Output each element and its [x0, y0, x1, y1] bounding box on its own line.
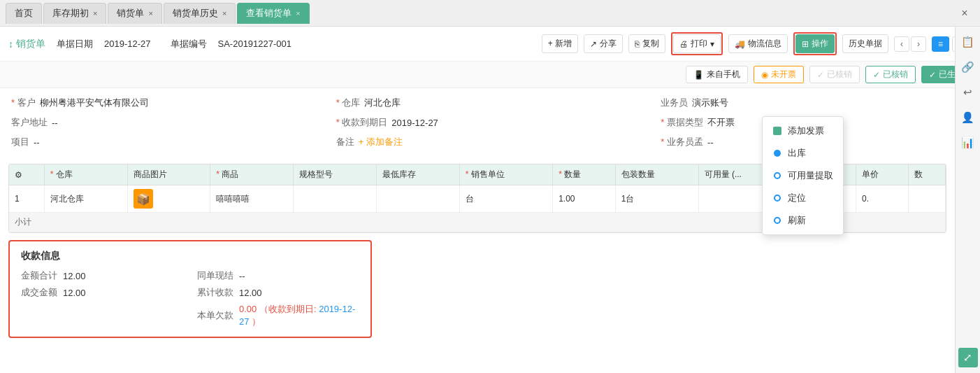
- check-icon: ✓: [817, 70, 824, 80]
- tab-inventory-init-close[interactable]: ×: [93, 9, 97, 17]
- doc-type-icon: ↕ 销货单: [8, 38, 45, 50]
- payment-date-value: 2019-12-27: [391, 118, 438, 128]
- cancelled-btn[interactable]: ✓ 已核销: [865, 66, 916, 83]
- right-sidebar: 📋 🔗 ↩ 👤 📊 ⤢: [955, 27, 980, 373]
- sidebar-icon-3[interactable]: ↩: [958, 83, 978, 102]
- balance-value: 0.00 （收款到期日: 2019-12-27 ）: [239, 303, 359, 328]
- available-qty-icon: [772, 171, 782, 181]
- staff-field: 业务员 演示账号: [661, 97, 969, 109]
- cancelled-icon: ✓: [873, 70, 880, 80]
- effective-icon: ✓: [929, 70, 936, 80]
- doc-header: ↕ 销货单 单据日期 2019-12-27 单据编号 SA-20191227-0…: [0, 27, 980, 62]
- phone-icon: 📱: [693, 70, 704, 80]
- same-order-label: 同单现结: [197, 269, 233, 282]
- customer-value: 柳州粤港平安气体有限公司: [40, 97, 149, 109]
- sidebar-icon-4[interactable]: 👤: [958, 108, 978, 127]
- payment-grid: 金额合计 12.00 同单现结 -- 成交金额 12.00 累计收款 12.00: [21, 269, 359, 328]
- tab-sales-order[interactable]: 销货单 ×: [108, 3, 161, 24]
- sidebar-icon-1[interactable]: 📋: [958, 32, 978, 52]
- list-view-btn[interactable]: ≡: [932, 36, 949, 52]
- row-min-stock: [376, 185, 459, 213]
- history-button[interactable]: 历史单据: [842, 34, 888, 53]
- doc-number-value: SA-20191227-001: [218, 38, 292, 49]
- warehouse-value: 河北仓库: [364, 97, 401, 109]
- tab-bar-close-button[interactable]: ×: [955, 3, 974, 23]
- row-unit-price: 0.: [856, 185, 908, 213]
- tab-sales-history-close[interactable]: ×: [222, 9, 226, 17]
- col-product-img: 商品图片: [127, 164, 210, 185]
- check-btn[interactable]: ✓ 已核销: [809, 66, 860, 83]
- tab-home[interactable]: 首页: [6, 3, 42, 24]
- customer-field: 客户 柳州粤港平安气体有限公司: [11, 97, 319, 109]
- dropdown-refresh[interactable]: 刷新: [763, 209, 843, 232]
- operations-button[interactable]: ⊞ 操作: [795, 34, 835, 53]
- dropdown-locate[interactable]: 定位: [763, 187, 843, 209]
- row-spec: [294, 185, 377, 213]
- col-sales-unit: 销售单位: [459, 164, 552, 185]
- cumulative-value: 12.00: [239, 288, 262, 298]
- share-button[interactable]: ↗ 分享: [584, 34, 623, 53]
- status-bar: 📱 来自手机 ◉ 未开票 ✓ 已核销 ✓ 已核销 ✓ 已生效: [0, 62, 980, 88]
- dropdown-available-qty[interactable]: 可用量提取: [763, 164, 843, 187]
- not-opened-btn[interactable]: ◉ 未开票: [754, 66, 804, 83]
- nav-prev[interactable]: ‹: [894, 36, 909, 52]
- notes-label: 备注: [336, 136, 354, 148]
- tab-inventory-init[interactable]: 库存期初 ×: [43, 3, 106, 24]
- address-value: --: [52, 118, 58, 128]
- sidebar-icon-5[interactable]: 📊: [958, 133, 978, 153]
- payment-cumulative: 累计收款 12.00: [197, 286, 359, 299]
- doc-date-label: 单据日期: [57, 38, 93, 50]
- same-order-value: --: [239, 271, 245, 281]
- nav-next[interactable]: ›: [911, 36, 926, 52]
- doc-type-label: 销货单: [16, 38, 45, 50]
- outbound-icon: [772, 148, 782, 158]
- cumulative-label: 累计收款: [197, 286, 233, 299]
- tab-view-sales[interactable]: 查看销货单 ×: [237, 3, 309, 24]
- staff-label: 业务员: [661, 97, 688, 109]
- dropdown-outbound[interactable]: 出库: [763, 142, 843, 164]
- operations-highlight: ⊞ 操作: [793, 32, 837, 55]
- col-package-qty: 包装数量: [615, 164, 698, 185]
- total-value: 12.00: [63, 271, 86, 281]
- tab-view-sales-close[interactable]: ×: [296, 9, 300, 17]
- payment-info-box: 收款信息 金额合计 12.00 同单现结 -- 成交金额 12.00 累计收款 …: [8, 240, 372, 338]
- row-index: 1: [9, 185, 44, 213]
- doc-actions: + 新增 ↗ 分享 ⎘ 复制 🖨 打印 ▾ 🚚: [542, 32, 972, 55]
- project-value: --: [34, 137, 40, 148]
- tab-bar: 首页 库存期初 × 销货单 × 销货单历史 × 查看销货单 × ×: [0, 0, 980, 27]
- row-sales-unit: 台: [459, 185, 552, 213]
- sidebar-icon-2[interactable]: 🔗: [958, 57, 978, 77]
- payment-transaction: 成交金额 12.00: [21, 286, 183, 299]
- sidebar-expand-btn[interactable]: ⤢: [958, 348, 978, 367]
- print-button[interactable]: 🖨 打印 ▾: [673, 34, 721, 53]
- warehouse-field: 仓库 河北仓库: [336, 97, 644, 109]
- from-phone-btn[interactable]: 📱 来自手机: [686, 66, 748, 83]
- form-row-1: 客户 柳州粤港平安气体有限公司 仓库 河北仓库 业务员 演示账号: [11, 97, 969, 109]
- col-product: 商品: [210, 164, 294, 185]
- project-field: 项目 --: [11, 136, 319, 148]
- col-quantity: 数量: [553, 164, 616, 185]
- staff-value: 演示账号: [692, 97, 728, 109]
- copy-icon: ⎘: [635, 39, 640, 49]
- new-button[interactable]: + 新增: [542, 34, 578, 53]
- ticket-icon: ◉: [761, 70, 768, 80]
- salesperson-label: 业务员孟: [661, 136, 703, 148]
- col-settings[interactable]: ⚙: [9, 164, 44, 185]
- logistics-button[interactable]: 🚚 物流信息: [728, 34, 788, 53]
- copy-button[interactable]: ⎘ 复制: [628, 34, 665, 53]
- payment-balance: 本单欠款 0.00 （收款到期日: 2019-12-27 ）: [197, 303, 359, 328]
- ticket-label: 票据类型: [661, 116, 703, 129]
- notes-field: 备注 + 添加备注: [336, 136, 644, 148]
- address-field: 客户地址 --: [11, 116, 319, 129]
- tab-sales-history[interactable]: 销货单历史 ×: [164, 3, 236, 24]
- row-product: 嘻嘻嘻嘻: [210, 185, 294, 213]
- add-note-button[interactable]: + 添加备注: [359, 136, 403, 148]
- dropdown-add-invoice[interactable]: 添加发票: [763, 120, 843, 142]
- tab-sales-order-close[interactable]: ×: [148, 9, 152, 17]
- col-min-stock: 最低库存: [376, 164, 459, 185]
- col-unit-price: 单价: [856, 164, 908, 185]
- payment-date-field: 收款到期日 2019-12-27: [336, 116, 644, 129]
- locate-icon: [772, 193, 782, 203]
- ticket-value: 不开票: [707, 116, 735, 129]
- row-package-qty: 1台: [615, 185, 698, 213]
